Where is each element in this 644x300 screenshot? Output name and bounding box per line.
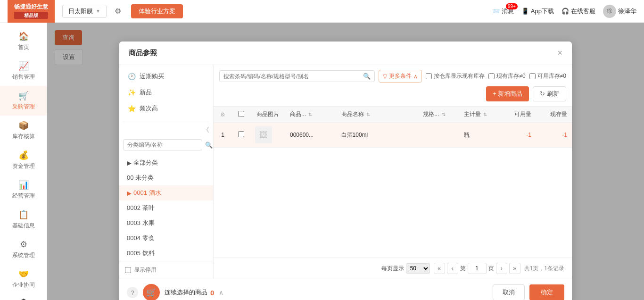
online-service-item[interactable]: 🎧 在线客服 (561, 7, 595, 16)
add-product-button[interactable]: + 新增商品 (486, 86, 529, 101)
table-settings-icon[interactable]: ⚙ (220, 111, 225, 118)
col-header-code[interactable]: 商品... ⇅ (285, 107, 337, 123)
topbar: 畅捷通好生意 精品版 日太阳膜 ▼ ⚙ 体验行业方案 📨 消息 99+ 📱 Ap… (0, 0, 644, 23)
page-number-input[interactable] (468, 263, 487, 274)
left-footer: 显示停用 (119, 261, 213, 279)
warehouse-stock-label: 按仓库显示现有库存 (434, 72, 485, 80)
operations-icon: 📊 (18, 180, 29, 190)
col-header-unit[interactable]: 主计量 ⇅ (459, 107, 495, 123)
sidebar-item-inventory[interactable]: 📦 库存核算 (0, 116, 47, 145)
row-checkbox[interactable] (238, 131, 244, 137)
sidebar-label-inventory: 库存核算 (12, 133, 35, 141)
col-header-avail[interactable]: 可用量 (495, 107, 536, 123)
available-nonzero-checkbox[interactable] (488, 73, 495, 79)
available-nonzero-filter[interactable]: 现有库存≠0 (488, 72, 525, 80)
category-beverage[interactable]: 0005 饮料 (119, 246, 213, 261)
sidebar-item-purchase[interactable]: 🛒 采购管理 (0, 86, 47, 116)
cancel-button[interactable]: 取消 (493, 284, 525, 300)
col-header-img: 商品图片 (250, 107, 285, 123)
left-divider (123, 122, 209, 122)
name-sort-icon[interactable]: ⇅ (366, 112, 370, 117)
system-icon: ⚙ (20, 239, 27, 250)
warehouse-stock-checkbox[interactable] (426, 73, 432, 79)
show-disabled-label[interactable]: 显示停用 (125, 266, 207, 274)
select-all-checkbox[interactable] (238, 111, 244, 117)
sidebar-item-operations[interactable]: 📊 经营管理 (0, 175, 47, 205)
unit-sort-icon[interactable]: ⇅ (483, 112, 487, 117)
page-size-select[interactable]: 50 20 100 (406, 263, 430, 274)
collapse-cart-button[interactable]: ∧ (219, 289, 223, 296)
product-search-box: 🔍 (219, 70, 375, 82)
filter-label: 更多条件 (389, 72, 412, 80)
category-tea[interactable]: 0002 茶叶 (119, 200, 213, 216)
user-item[interactable]: 徐 徐泽华 (603, 5, 636, 18)
category-liquor[interactable]: ▶ 0001 酒水 (119, 185, 213, 200)
category-search-input[interactable] (123, 139, 202, 150)
gear-button[interactable]: ⚙ (110, 4, 125, 19)
col-header-settings[interactable]: ⚙ (214, 107, 232, 123)
last-page-button[interactable]: » (509, 263, 520, 274)
next-page-button[interactable]: › (496, 263, 507, 274)
sidebar-label-operations: 经营管理 (12, 192, 35, 200)
company-selector[interactable]: 日太阳膜 ▼ (62, 5, 107, 18)
product-search-input[interactable] (223, 73, 360, 80)
cart-button[interactable]: 🛒 (143, 284, 160, 300)
tab-recent[interactable]: 🕐 近期购买 (123, 69, 209, 84)
code-sort-icon[interactable]: ⇅ (308, 112, 312, 117)
trial-button[interactable]: 体验行业方案 (131, 4, 183, 18)
online-service-label: 在线客服 (571, 7, 595, 16)
sales-icon: 📈 (18, 61, 29, 71)
category-uncategorized[interactable]: 00 未分类 (119, 170, 213, 185)
col-header-name[interactable]: 商品名称 ⇅ (337, 107, 419, 123)
more-filter-button[interactable]: ▽ 更多条件 ∧ (379, 70, 422, 83)
row-num: 1 (214, 123, 232, 148)
app-download-item[interactable]: 📱 App下载 (521, 7, 554, 16)
product-search-icon[interactable]: 🔍 (363, 73, 371, 80)
row-check[interactable] (232, 123, 250, 148)
table-row[interactable]: 1 🖼 000600... 白酒100ml (214, 123, 572, 148)
sidebar-item-system[interactable]: ⚙ 系统管理 (0, 234, 47, 264)
message-item[interactable]: 📨 消息 99+ (492, 7, 514, 16)
category-snack[interactable]: 0004 零食 (119, 231, 213, 246)
show-disabled-checkbox[interactable] (125, 267, 131, 273)
first-page-button[interactable]: « (434, 263, 445, 274)
page-size-label: 每页显示 (381, 265, 404, 273)
tab-new[interactable]: ✨ 新品 (123, 85, 209, 100)
page-navigation: « ‹ 第 页 › » (434, 263, 520, 274)
sidebar-label-sales: 销售管理 (12, 73, 35, 81)
headset-icon: 🎧 (561, 8, 569, 15)
sidebar-item-finance[interactable]: 💰 资金管理 (0, 145, 47, 175)
row-img: 🖼 (250, 123, 285, 148)
modal-right-panel: 🔍 ▽ 更多条件 ∧ 按仓库显示现有库存 (214, 65, 572, 279)
collapse-left-button[interactable]: 《 (203, 126, 209, 134)
username-label: 徐泽华 (618, 7, 636, 16)
row-name: 白酒100ml (337, 123, 419, 148)
page-size-selector: 每页显示 50 20 100 (381, 263, 430, 274)
spec-sort-icon[interactable]: ⇅ (442, 112, 446, 117)
prev-page-button[interactable]: ‹ (447, 263, 458, 274)
sidebar-item-basic-info[interactable]: 📋 基础信息 (0, 205, 47, 234)
modal-close-button[interactable]: × (557, 48, 562, 58)
col-header-stock[interactable]: 现存量 (536, 107, 572, 123)
sidebar-item-sales[interactable]: 📈 销售管理 (0, 56, 47, 86)
message-icon: 📨 (492, 8, 500, 15)
confirm-button[interactable]: 确定 (529, 284, 564, 300)
sidebar-item-enterprise[interactable]: 🤝 企业协同 (0, 264, 47, 294)
category-all[interactable]: ▶ 全部分类 (119, 155, 213, 170)
help-button[interactable]: ? (127, 287, 138, 298)
tab-frequent[interactable]: ⭐ 频次高 (123, 101, 209, 116)
col-header-spec[interactable]: 规格... ⇅ (418, 107, 459, 123)
category-fruit[interactable]: 0003 水果 (119, 216, 213, 231)
page-suffix: 页 (488, 265, 494, 273)
refresh-button[interactable]: ↻ 刷新 (533, 86, 566, 101)
sidebar-item-guide[interactable]: 🎓 新手引导 (0, 294, 47, 300)
category-fruit-label: 0003 水果 (127, 219, 155, 227)
usable-nonzero-filter[interactable]: 可用库存≠0 (529, 72, 566, 80)
usable-nonzero-checkbox[interactable] (529, 73, 536, 79)
warehouse-stock-filter[interactable]: 按仓库显示现有库存 (426, 72, 485, 80)
modal-header: 商品参照 × (119, 42, 572, 65)
category-search-icon[interactable]: 🔍 (205, 142, 213, 149)
sidebar-item-home[interactable]: 🏠 首页 (0, 26, 47, 56)
col-header-check[interactable] (232, 107, 250, 123)
tab-recent-label: 近期购买 (140, 72, 164, 81)
